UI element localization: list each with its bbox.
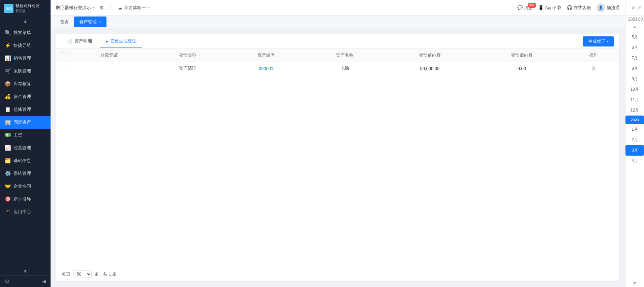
sidebar-label-quicknav: 快捷导航 bbox=[13, 42, 31, 49]
settings-icon[interactable]: ⚙ bbox=[5, 278, 9, 284]
sidebar-icon-operations: 📈 bbox=[5, 145, 11, 151]
sidebar-label-fixedasset: 固定资产 bbox=[13, 119, 31, 125]
table-row: -- 资产清理 000001 电脑 50,000.00 0.00 🗑 bbox=[56, 62, 619, 75]
col-change-type: 变动类型 bbox=[148, 49, 227, 62]
sidebar-label-purchase: 采购管理 bbox=[13, 68, 31, 74]
month-item-10月[interactable]: 10月 bbox=[625, 84, 644, 95]
sidebar-item-newguide[interactable]: 🎯新手引导 bbox=[0, 193, 51, 205]
subtab-change-voucher[interactable]: ● 变更生成凭证 bbox=[100, 35, 142, 47]
online-service-icon: 🎧 bbox=[567, 5, 572, 10]
sidebar-item-inventory[interactable]: 📦库存核算 bbox=[0, 77, 51, 90]
sidebar-icon-finance: 💰 bbox=[5, 94, 11, 100]
sidebar-label-search: 搜索菜单 bbox=[13, 30, 31, 36]
sidebar-item-payroll[interactable]: 💵工资 bbox=[0, 129, 51, 141]
user-menu[interactable]: 👤 畅捷通 bbox=[596, 3, 620, 12]
row-checkbox-0[interactable] bbox=[61, 66, 65, 70]
content-card: 📄 资产明细 ● 变更生成凭证 生成凭证 ▾ bbox=[56, 34, 620, 282]
sidebar-item-sysmanage[interactable]: ⚙️系统管理 bbox=[0, 167, 51, 180]
topbar: 医疗器械行业演示 ▾ ⚙ ☁ 我要体验一下 💬 消息 99+ 📱 App下载 🎧… bbox=[51, 0, 625, 15]
topbar-right: 💬 消息 99+ 📱 App下载 🎧 在线客服 👤 畅捷通 bbox=[517, 3, 620, 12]
right-panel: ✕ ⤢ 2023.03 ▲ 5月6月7月8月9月10月11月12月20231月2… bbox=[625, 0, 644, 287]
col-after-content: 变动后内容 bbox=[476, 49, 568, 62]
row-action-0: 🗑 bbox=[568, 62, 619, 75]
row-checkbox-cell bbox=[56, 62, 70, 75]
company-settings-icon[interactable]: ⚙ bbox=[99, 5, 104, 11]
experience-button[interactable]: ☁ 我要体验一下 bbox=[118, 5, 150, 11]
table-header-checkbox-cell bbox=[56, 49, 70, 62]
sidebar-item-finance[interactable]: 💰资金管理 bbox=[0, 90, 51, 103]
month-item-7月[interactable]: 7月 bbox=[625, 53, 644, 63]
month-scroll-up[interactable]: ▲ bbox=[625, 23, 644, 31]
per-page-select[interactable]: 102050100 bbox=[73, 270, 92, 278]
sidebar-label-inventory: 库存核算 bbox=[13, 81, 31, 87]
sidebar: AtA 畅捷通好业财 普及版 ▲ 🔍搜索菜单⚡快捷导航📊销售管理🛒采购管理📦库存… bbox=[0, 0, 51, 287]
online-service-label: 在线客服 bbox=[574, 5, 591, 11]
avatar: 👤 bbox=[596, 3, 605, 12]
generate-voucher-arrow: ▾ bbox=[607, 39, 609, 43]
sidebar-label-finance: 资金管理 bbox=[13, 94, 31, 100]
month-scroll-down[interactable]: ▼ bbox=[625, 279, 644, 287]
sidebar-item-ledger[interactable]: 📋总账管理 bbox=[0, 103, 51, 116]
tab-close-icon[interactable]: × bbox=[99, 20, 101, 24]
sidebar-label-ledger: 总账管理 bbox=[13, 106, 31, 113]
right-panel-expand-icon[interactable]: ⤢ bbox=[637, 5, 641, 10]
sidebar-item-quicknav[interactable]: ⚡快捷导航 bbox=[0, 39, 51, 52]
sidebar-item-purchase[interactable]: 🛒采购管理 bbox=[0, 65, 51, 77]
sidebar-icon-inventory: 📦 bbox=[5, 81, 11, 87]
month-item-9月[interactable]: 9月 bbox=[625, 74, 644, 84]
sidebar-item-sales[interactable]: 📊销售管理 bbox=[0, 52, 51, 65]
month-item-11月[interactable]: 11月 bbox=[625, 95, 644, 105]
sidebar-label-newguide: 新手引导 bbox=[13, 196, 31, 202]
main-content: 医疗器械行业演示 ▾ ⚙ ☁ 我要体验一下 💬 消息 99+ 📱 App下载 🎧… bbox=[51, 0, 625, 287]
sidebar-icon-sysmanage: ⚙️ bbox=[5, 170, 11, 177]
messages-button[interactable]: 💬 消息 99+ bbox=[517, 5, 533, 11]
sidebar-item-appcenter[interactable]: 📱应用中心 bbox=[0, 205, 51, 218]
sidebar-item-cooperation[interactable]: 🤝企业协同 bbox=[0, 180, 51, 193]
app-logo-icon: AtA bbox=[4, 4, 13, 13]
sidebar-scroll-up[interactable]: ▲ bbox=[0, 17, 51, 25]
company-selector[interactable]: 医疗器械行业演示 ▾ bbox=[56, 5, 94, 11]
app-download-button[interactable]: 📱 App下载 bbox=[538, 5, 561, 11]
col-asset-code: 资产编号 bbox=[227, 49, 305, 62]
change-voucher-icon: ● bbox=[105, 39, 108, 44]
month-item-1月[interactable]: 1月 bbox=[625, 124, 644, 135]
delete-row-0[interactable]: 🗑 bbox=[591, 66, 596, 71]
experience-label: 我要体验一下 bbox=[124, 5, 150, 11]
sidebar-label-appcenter: 应用中心 bbox=[13, 209, 31, 215]
page-content: 📄 资产明细 ● 变更生成凭证 生成凭证 ▾ bbox=[51, 28, 625, 287]
sidebar-logo: AtA 畅捷通好业财 普及版 bbox=[0, 0, 51, 17]
row-voucher-0: -- bbox=[70, 62, 148, 75]
sidebar-label-payroll: 工资 bbox=[13, 132, 22, 138]
row-before-content-0: 50,000.00 bbox=[384, 62, 476, 75]
table-header: 对应凭证 变动类型 资产编号 资产名称 变动前内容 变动后内容 操作 bbox=[56, 49, 619, 62]
select-all-checkbox[interactable] bbox=[61, 53, 65, 57]
page-tabs: 首页 资产管理 × bbox=[51, 15, 625, 28]
year-badge[interactable]: 2023 bbox=[625, 116, 644, 124]
sidebar-icon-appcenter: 📱 bbox=[5, 209, 11, 215]
right-panel-close-icon[interactable]: ✕ bbox=[631, 5, 635, 10]
sidebar-item-basicinfo[interactable]: 🗂️基础信息 bbox=[0, 154, 51, 167]
sidebar-item-operations[interactable]: 📈经营管理 bbox=[0, 141, 51, 154]
tab-asset-management[interactable]: 资产管理 × bbox=[74, 17, 106, 27]
sidebar-icon-quicknav: ⚡ bbox=[5, 42, 11, 49]
generate-voucher-button[interactable]: 生成凭证 ▾ bbox=[583, 36, 614, 46]
collapse-icon[interactable]: ◀ bbox=[42, 279, 46, 284]
subtab-asset-detail[interactable]: 📄 资产明细 bbox=[62, 35, 97, 47]
sidebar-nav: 🔍搜索菜单⚡快捷导航📊销售管理🛒采购管理📦库存核算💰资金管理📋总账管理🏢固定资产… bbox=[0, 25, 51, 267]
month-item-4月[interactable]: 4月 bbox=[625, 156, 644, 166]
month-item-3月[interactable]: 3月 bbox=[625, 145, 644, 156]
pagination: 每页 102050100 条，共 1 条 bbox=[56, 267, 619, 281]
sidebar-item-search[interactable]: 🔍搜索菜单 bbox=[0, 26, 51, 39]
online-service-button[interactable]: 🎧 在线客服 bbox=[567, 5, 591, 11]
tab-home[interactable]: 首页 bbox=[56, 17, 73, 27]
col-before-content: 变动前内容 bbox=[384, 49, 476, 62]
month-item-2月[interactable]: 2月 bbox=[625, 135, 644, 145]
month-item-6月[interactable]: 6月 bbox=[625, 42, 644, 53]
month-item-5月[interactable]: 5月 bbox=[625, 32, 644, 42]
messages-icon: 💬 bbox=[517, 5, 523, 10]
table-body: -- 资产清理 000001 电脑 50,000.00 0.00 🗑 bbox=[56, 62, 619, 75]
month-item-8月[interactable]: 8月 bbox=[625, 63, 644, 74]
sidebar-item-fixedasset[interactable]: 🏢固定资产 bbox=[0, 116, 51, 129]
sidebar-scroll-down[interactable]: ▼ bbox=[0, 267, 51, 275]
month-item-12月[interactable]: 12月 bbox=[625, 105, 644, 116]
